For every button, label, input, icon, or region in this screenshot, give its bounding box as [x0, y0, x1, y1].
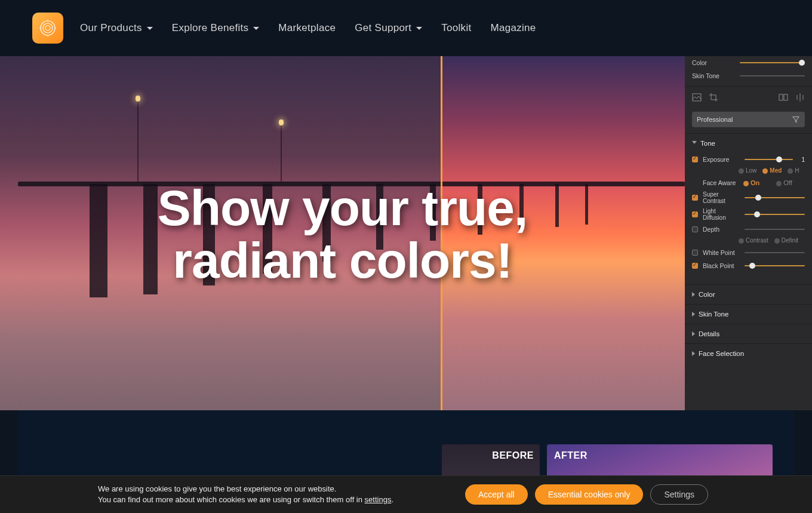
cookie-settings-button[interactable]: Settings: [650, 484, 708, 505]
split-horizontal-icon[interactable]: [779, 93, 788, 102]
slider-knob[interactable]: [754, 211, 760, 217]
slider-track[interactable]: [745, 229, 805, 230]
slider-label: White Point: [703, 249, 740, 256]
cookie-text: We are using cookies to give you the bes…: [98, 484, 393, 505]
chevron-down-icon: [253, 27, 259, 30]
radio-on[interactable]: On: [743, 179, 759, 186]
svg-point-1: [43, 23, 53, 33]
preset-value: Professional: [697, 116, 733, 123]
slider-knob[interactable]: [749, 263, 755, 269]
mirror-icon[interactable]: [795, 93, 805, 102]
primary-nav: Our Products Explore Benefits Marketplac…: [80, 22, 536, 34]
section-skin-tone[interactable]: Skin Tone: [685, 304, 812, 324]
face-aware-toggle: Face Aware On Off: [685, 176, 812, 189]
svg-rect-5: [784, 94, 788, 100]
slider-label: Exposure: [703, 156, 740, 163]
essential-cookies-button[interactable]: Essential cookies only: [535, 484, 644, 505]
slider-light-diffusion[interactable]: Light Diffusion: [685, 206, 812, 223]
brand-logo[interactable]: [32, 13, 63, 44]
radio-low[interactable]: Low: [739, 167, 756, 174]
checkbox[interactable]: [692, 211, 698, 217]
radio-contrast[interactable]: Contrast: [739, 237, 768, 244]
checkbox[interactable]: [692, 195, 698, 201]
cookie-line1: We are using cookies to give you the bes…: [98, 484, 393, 494]
slider-track[interactable]: [745, 197, 805, 198]
nav-marketplace[interactable]: Marketplace: [278, 22, 336, 34]
nav-label: Get Support: [355, 22, 411, 34]
nav-toolkit[interactable]: Toolkit: [441, 22, 471, 34]
slider-white-point[interactable]: White Point: [685, 246, 812, 259]
checkbox[interactable]: [692, 250, 698, 256]
nav-label: Our Products: [80, 22, 142, 34]
slider-label: Skin Tone: [692, 72, 735, 79]
hero-title-line2: radiant colors!: [0, 234, 685, 287]
section-label: Tone: [700, 140, 715, 147]
radio-high[interactable]: H: [788, 167, 799, 174]
section-details[interactable]: Details: [685, 324, 812, 343]
hero-title-line1: Show your true,: [0, 182, 685, 234]
section-label: Color: [699, 291, 715, 298]
preset-select[interactable]: Professional: [692, 112, 805, 127]
accept-all-button[interactable]: Accept all: [465, 484, 528, 505]
slider-knob[interactable]: [799, 60, 805, 66]
checkbox[interactable]: [692, 263, 698, 269]
slider-track[interactable]: [745, 159, 793, 160]
slider-exposure[interactable]: Exposure 1: [685, 153, 812, 166]
section-face-selection[interactable]: Face Selection: [685, 343, 812, 363]
cookie-settings-link[interactable]: settings: [365, 495, 392, 504]
image-icon[interactable]: [692, 93, 702, 102]
svg-rect-4: [779, 94, 783, 100]
slider-knob[interactable]: [755, 195, 761, 201]
filter-icon: [792, 115, 800, 124]
exposure-intensity-radios: Low Med H: [685, 166, 812, 176]
site-header: Our Products Explore Benefits Marketplac…: [0, 0, 812, 56]
nav-label: Toolkit: [441, 22, 471, 34]
checkbox[interactable]: [692, 226, 698, 232]
edit-panel: Color Skin Tone Professional Tone Exposu…: [685, 56, 812, 410]
nav-magazine[interactable]: Magazine: [491, 22, 536, 34]
slider-label: Color: [692, 59, 735, 66]
slider-super-contrast[interactable]: Super Contrast: [685, 189, 812, 206]
slider-black-point[interactable]: Black Point: [685, 259, 812, 272]
slider-track[interactable]: [740, 62, 805, 63]
nav-get-support[interactable]: Get Support: [355, 22, 422, 34]
section-label: Skin Tone: [699, 311, 728, 318]
section-label: Details: [699, 330, 719, 337]
slider-track[interactable]: [745, 214, 805, 215]
nav-explore-benefits[interactable]: Explore Benefits: [172, 22, 260, 34]
disclosure-triangle-icon: [692, 312, 695, 317]
chevron-down-icon: [147, 27, 153, 30]
lightbulb-spiral-icon: [38, 19, 57, 38]
slider-label: Depth: [703, 226, 740, 233]
slider-track[interactable]: [745, 265, 805, 266]
disclosure-triangle-icon: [692, 141, 697, 146]
row-label: Face Aware: [703, 179, 739, 186]
cookie-line2: You can find out more about which cookie…: [98, 494, 393, 505]
slider-knob[interactable]: [776, 156, 782, 162]
disclosure-triangle-icon: [692, 351, 695, 356]
slider-skin-tone[interactable]: Skin Tone: [685, 69, 812, 82]
nav-label: Magazine: [491, 22, 536, 34]
hero-title: Show your true, radiant colors!: [0, 182, 685, 287]
slider-track[interactable]: [740, 75, 805, 76]
slider-label: Super Contrast: [703, 191, 740, 204]
section-tone[interactable]: Tone: [685, 133, 812, 153]
section-label: Face Selection: [699, 350, 744, 357]
before-label: BEFORE: [492, 450, 534, 461]
radio-off[interactable]: Off: [776, 179, 792, 186]
slider-depth[interactable]: Depth: [685, 223, 812, 236]
radio-med[interactable]: Med: [762, 167, 782, 174]
after-label: AFTER: [554, 450, 588, 461]
chevron-down-icon: [416, 27, 422, 30]
crop-icon[interactable]: [709, 93, 718, 102]
checkbox[interactable]: [692, 156, 698, 162]
section-color[interactable]: Color: [685, 284, 812, 304]
radio-definition[interactable]: Definit: [774, 237, 798, 244]
slider-track[interactable]: [745, 252, 805, 253]
slider-color[interactable]: Color: [685, 56, 812, 69]
nav-our-products[interactable]: Our Products: [80, 22, 153, 34]
nav-label: Explore Benefits: [172, 22, 249, 34]
disclosure-triangle-icon: [692, 292, 695, 297]
slider-label: Light Diffusion: [703, 208, 740, 221]
depth-mode-radios: Contrast Definit: [685, 236, 812, 246]
